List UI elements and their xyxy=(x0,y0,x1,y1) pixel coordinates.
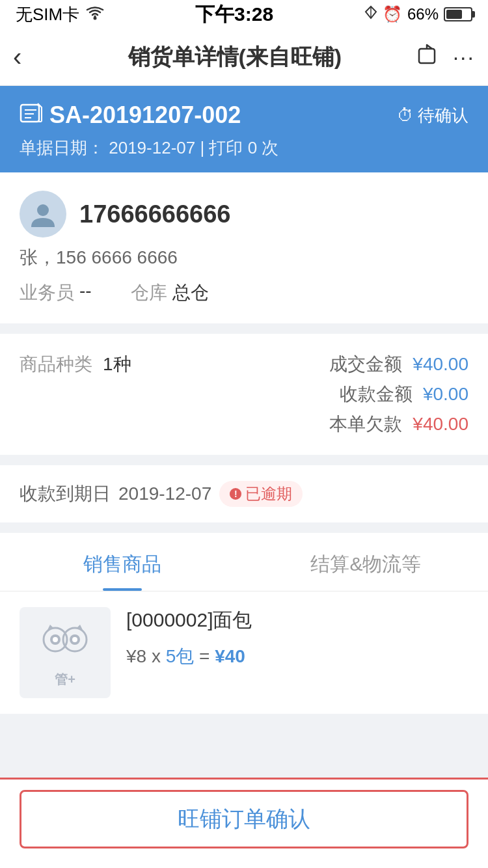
status-text: 待确认 xyxy=(418,104,468,127)
location-icon xyxy=(364,5,377,23)
page-title: 销货单详情(来自旺铺) xyxy=(52,42,418,72)
amount-value: ¥40.00 xyxy=(413,354,468,375)
battery-icon xyxy=(444,7,472,21)
nav-actions: ··· xyxy=(418,44,475,70)
warehouse-label: 仓库 xyxy=(131,280,167,305)
order-id-icon xyxy=(20,102,43,129)
received-value: ¥0.00 xyxy=(423,384,468,405)
wifi-icon xyxy=(86,5,104,25)
order-id: SA-20191207-002 xyxy=(20,102,241,129)
status-clock-icon: ⏱ xyxy=(397,105,414,126)
product-details: [0000002]面包 ¥8 x 5包 = ¥40 xyxy=(126,607,468,669)
product-image: 管+ xyxy=(20,607,111,698)
status-right: ⏰ 66% xyxy=(364,5,472,23)
brand-plus: 管+ xyxy=(55,671,75,688)
share-button[interactable] xyxy=(418,44,440,70)
due-date: 2019-12-07 xyxy=(118,483,211,504)
customer-section: 17666666666 张，156 6666 6666 业务员 -- 仓库 总仓 xyxy=(0,172,488,323)
alarm-icon: ⏰ xyxy=(383,5,402,23)
status-bar: 无SIM卡 下午3:28 ⏰ 66% xyxy=(0,0,488,29)
svg-point-8 xyxy=(53,637,58,642)
tabs-section: 销售商品 结算&物流等 xyxy=(0,533,488,714)
nav-bar: ‹ 销货单详情(来自旺铺) ··· xyxy=(0,29,488,86)
order-date: 单据日期： 2019-12-07 | 打印 0 次 xyxy=(20,137,468,159)
battery-text: 66% xyxy=(407,5,439,23)
order-header: SA-20191207-002 ⏱ 待确认 单据日期： 2019-12-07 |… xyxy=(0,86,488,172)
amount-label: 成交金额 xyxy=(329,352,402,377)
carrier-text: 无SIM卡 xyxy=(16,3,79,26)
customer-meta: 业务员 -- 仓库 总仓 xyxy=(20,280,468,305)
tabs-bar: 销售商品 结算&物流等 xyxy=(0,533,488,591)
sales-value: -- xyxy=(79,280,92,305)
equals-text: = xyxy=(194,646,215,666)
product-thumbnail-icon xyxy=(36,617,94,668)
sales-label: 业务员 xyxy=(20,280,74,305)
owed-label: 本单欠款 xyxy=(329,412,402,437)
stats-section: 商品种类 1种 成交金额 ¥40.00 收款金额 ¥0.00 本单欠款 ¥40.… xyxy=(0,334,488,455)
overdue-badge: ! 已逾期 xyxy=(219,481,303,507)
stats-right: 成交金额 ¥40.00 收款金额 ¥0.00 本单欠款 ¥40.00 xyxy=(329,352,468,437)
tab-sales-goods[interactable]: 销售商品 xyxy=(0,533,244,591)
svg-rect-1 xyxy=(419,49,435,63)
customer-avatar xyxy=(20,191,66,237)
product-price: ¥8 x 5包 = ¥40 xyxy=(126,644,468,669)
product-type-label: 商品种类 xyxy=(20,352,92,377)
warehouse-value: 总仓 xyxy=(172,280,209,305)
confirm-order-button[interactable]: 旺铺订单确认 xyxy=(20,790,468,848)
owed-row: 本单欠款 ¥40.00 xyxy=(329,412,468,437)
status-time: 下午3:28 xyxy=(195,1,273,28)
received-row: 收款金额 ¥0.00 xyxy=(340,382,468,407)
product-qty: 5包 xyxy=(166,646,195,666)
stats-left: 商品种类 1种 xyxy=(20,352,329,377)
order-number: SA-20191207-002 xyxy=(49,102,241,129)
svg-point-0 xyxy=(94,16,97,20)
amount-row: 成交金额 ¥40.00 xyxy=(329,352,468,377)
back-icon: ‹ xyxy=(13,42,21,72)
price-text: ¥8 x xyxy=(126,646,166,666)
customer-name: 张，156 6666 6666 xyxy=(20,245,468,270)
svg-point-9 xyxy=(72,637,77,642)
warehouse-meta: 仓库 总仓 xyxy=(131,280,209,305)
svg-point-3 xyxy=(37,204,49,216)
due-label: 收款到期日 xyxy=(20,481,111,506)
bottom-bar: 旺铺订单确认 xyxy=(0,778,488,868)
product-total: ¥40 xyxy=(215,646,245,666)
due-section: 收款到期日 2019-12-07 ! 已逾期 xyxy=(0,465,488,522)
overdue-text: 已逾期 xyxy=(245,483,292,504)
product-item: 管+ [0000002]面包 ¥8 x 5包 = ¥40 xyxy=(0,591,488,714)
order-status: ⏱ 待确认 xyxy=(397,104,468,127)
customer-phone: 17666666666 xyxy=(79,200,230,228)
back-button[interactable]: ‹ xyxy=(13,42,52,72)
owed-value: ¥40.00 xyxy=(413,414,468,435)
received-label: 收款金额 xyxy=(340,382,413,407)
sales-meta: 业务员 -- xyxy=(20,280,92,305)
tab-settlement[interactable]: 结算&物流等 xyxy=(244,533,488,591)
product-type-value: 1种 xyxy=(103,352,131,377)
product-name: [0000002]面包 xyxy=(126,607,468,634)
more-button[interactable]: ··· xyxy=(453,44,475,70)
overdue-dot-icon: ! xyxy=(230,488,241,500)
status-left: 无SIM卡 xyxy=(16,3,104,26)
